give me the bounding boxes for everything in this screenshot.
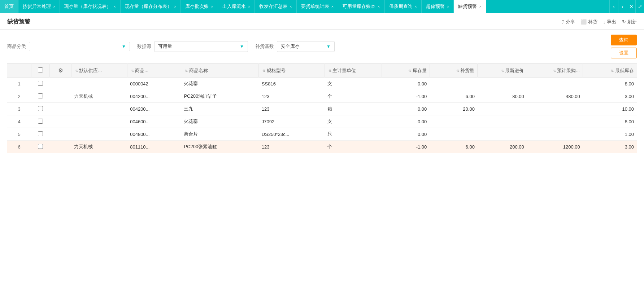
tab-label-10: 超储预警 bbox=[426, 3, 445, 10]
table-row: 10000042火花塞SS816支0.008.00 bbox=[7, 78, 637, 90]
tab-close-3[interactable]: × bbox=[174, 5, 176, 9]
tab-close-10[interactable]: × bbox=[447, 5, 449, 9]
tab-item-8[interactable]: 可用量库存账本× bbox=[338, 0, 384, 13]
query-section: 查询 设置 bbox=[611, 35, 637, 58]
replenish-base-arrow-icon: ▼ bbox=[326, 44, 331, 49]
col-supplier-sort-icon: ⇅ bbox=[75, 69, 78, 73]
col-header-name[interactable]: ⇅ 商品名称 bbox=[181, 64, 258, 78]
row-stock-3: 0.00 bbox=[382, 115, 430, 128]
row-num-2: 3 bbox=[7, 103, 31, 115]
row-spec-0: SS816 bbox=[259, 78, 325, 90]
tab-label-5: 出入库流水 bbox=[222, 3, 246, 10]
row-stock-2: 0.00 bbox=[382, 103, 430, 115]
col-header-gear[interactable]: ⚙ bbox=[50, 64, 71, 78]
row-gear-4 bbox=[50, 128, 71, 141]
col-header-code[interactable]: ⇅ 商品... bbox=[127, 64, 181, 78]
tab-item-3[interactable]: 现存量（库存分布表）× bbox=[121, 0, 181, 13]
row-supplier-0 bbox=[71, 78, 127, 90]
tab-item-4[interactable]: 库存批次账× bbox=[181, 0, 218, 13]
refresh-button[interactable]: ↻ 刷新 bbox=[622, 19, 637, 25]
row-checkbox-3[interactable] bbox=[38, 119, 43, 124]
replenish-icon: ⬜ bbox=[581, 19, 587, 25]
row-checkbox-2[interactable] bbox=[38, 106, 43, 111]
tab-item-9[interactable]: 保质期查询× bbox=[385, 0, 422, 13]
row-unit-4: 只 bbox=[325, 128, 382, 141]
col-header-forecast[interactable]: ⇅ 预计采购... bbox=[527, 64, 583, 78]
replenish-base-filter-group: 补货基数 安全库存 ▼ bbox=[255, 41, 335, 52]
tab-item-10[interactable]: 超储预警× bbox=[422, 0, 454, 13]
tab-prev-btn[interactable]: ‹ bbox=[609, 0, 618, 13]
settings-button[interactable]: 设置 bbox=[611, 48, 637, 58]
master-checkbox[interactable] bbox=[38, 67, 43, 72]
datasource-value: 可用量 bbox=[158, 43, 172, 50]
tab-item-0[interactable]: 首页 bbox=[0, 0, 18, 13]
share-button[interactable]: ⤴ 分享 bbox=[562, 19, 575, 25]
row-unit-2: 箱 bbox=[325, 103, 382, 115]
row-spec-2: 123 bbox=[259, 103, 325, 115]
refresh-label: 刷新 bbox=[627, 19, 637, 25]
row-forecast-5: 1200.00 bbox=[527, 141, 583, 153]
row-gear-1 bbox=[50, 90, 71, 103]
row-check-1[interactable] bbox=[31, 90, 49, 103]
datasource-filter-group: 数据源 可用量 ▼ bbox=[137, 41, 248, 52]
col-spec-sort-icon: ⇅ bbox=[262, 69, 265, 73]
row-checkbox-4[interactable] bbox=[38, 131, 43, 136]
table-wrapper: ⚙⇅ 默认供应...⇅ 商品...⇅ 商品名称⇅ 规格型号⇅ 主计量单位⇅ 库存… bbox=[0, 63, 644, 153]
gear-icon[interactable]: ⚙ bbox=[58, 67, 63, 74]
tab-item-7[interactable]: 要货单统计表× bbox=[297, 0, 338, 13]
export-button[interactable]: ↓ 导出 bbox=[603, 19, 617, 25]
tab-close-7[interactable]: × bbox=[331, 5, 334, 9]
row-check-5[interactable] bbox=[31, 141, 49, 153]
datasource-select[interactable]: 可用量 ▼ bbox=[154, 41, 248, 52]
row-checkbox-5[interactable] bbox=[38, 144, 43, 149]
col-header-unit[interactable]: ⇅ 主计量单位 bbox=[325, 64, 382, 78]
tab-close-5[interactable]: × bbox=[248, 5, 250, 9]
tab-close-2[interactable]: × bbox=[113, 5, 116, 9]
col-header-minstock[interactable]: ⇅ 最低库存 bbox=[583, 64, 637, 78]
row-check-3[interactable] bbox=[31, 115, 49, 128]
row-checkbox-1[interactable] bbox=[38, 93, 43, 98]
tab-item-6[interactable]: 收发存汇总表× bbox=[255, 0, 296, 13]
row-check-2[interactable] bbox=[31, 103, 49, 115]
tab-close-6[interactable]: × bbox=[290, 5, 292, 9]
tab-expand-btn[interactable]: ⤢ bbox=[635, 0, 644, 13]
tab-close-11[interactable]: × bbox=[479, 5, 481, 9]
col-header-replenish[interactable]: ⇅ 补货量 bbox=[430, 64, 478, 78]
col-header-num bbox=[7, 64, 31, 78]
col-header-price[interactable]: ⇅ 最新进价 bbox=[478, 64, 527, 78]
replenish-base-select[interactable]: 安全库存 ▼ bbox=[277, 41, 335, 52]
col-header-stock[interactable]: ⇅ 库存量 bbox=[382, 64, 430, 78]
row-check-0[interactable] bbox=[31, 78, 49, 90]
row-replenish-1: 6.00 bbox=[430, 90, 478, 103]
tab-item-1[interactable]: 拣货异常处理× bbox=[18, 0, 60, 13]
tab-item-2[interactable]: 现存量（库存状况表）× bbox=[60, 0, 120, 13]
replenish-button[interactable]: ⬜ 补货 bbox=[581, 19, 597, 25]
category-select[interactable]: ▼ bbox=[29, 42, 130, 51]
tab-close-all-btn[interactable]: ✕ bbox=[627, 0, 635, 13]
tab-item-5[interactable]: 出入库流水× bbox=[218, 0, 255, 13]
tab-close-9[interactable]: × bbox=[415, 5, 417, 9]
row-minstock-5: 3.00 bbox=[583, 141, 637, 153]
tab-item-11[interactable]: 缺货预警× bbox=[454, 0, 486, 13]
tab-label-3: 现存量（库存分布表） bbox=[125, 3, 172, 10]
col-header-spec[interactable]: ⇅ 规格型号 bbox=[259, 64, 325, 78]
row-name-0: 火花塞 bbox=[181, 78, 258, 90]
row-checkbox-0[interactable] bbox=[38, 81, 43, 86]
query-button[interactable]: 查询 bbox=[611, 35, 637, 45]
col-minstock-sort-icon: ⇅ bbox=[611, 69, 614, 73]
col-header-supplier[interactable]: ⇅ 默认供应... bbox=[71, 64, 127, 78]
col-header-check[interactable] bbox=[31, 64, 49, 78]
row-unit-1: 个 bbox=[325, 90, 382, 103]
row-minstock-2: 10.00 bbox=[583, 103, 637, 115]
row-gear-5 bbox=[50, 141, 71, 153]
row-price-0 bbox=[478, 78, 527, 90]
tab-next-btn[interactable]: › bbox=[618, 0, 627, 13]
header-actions: ⤴ 分享 ⬜ 补货 ↓ 导出 ↻ 刷新 bbox=[562, 19, 637, 25]
row-replenish-2: 20.00 bbox=[430, 103, 478, 115]
row-unit-0: 支 bbox=[325, 78, 382, 90]
row-code-1: 004200... bbox=[127, 90, 181, 103]
tab-close-1[interactable]: × bbox=[53, 5, 55, 9]
tab-close-4[interactable]: × bbox=[211, 5, 213, 9]
tab-close-8[interactable]: × bbox=[378, 5, 380, 9]
row-check-4[interactable] bbox=[31, 128, 49, 141]
